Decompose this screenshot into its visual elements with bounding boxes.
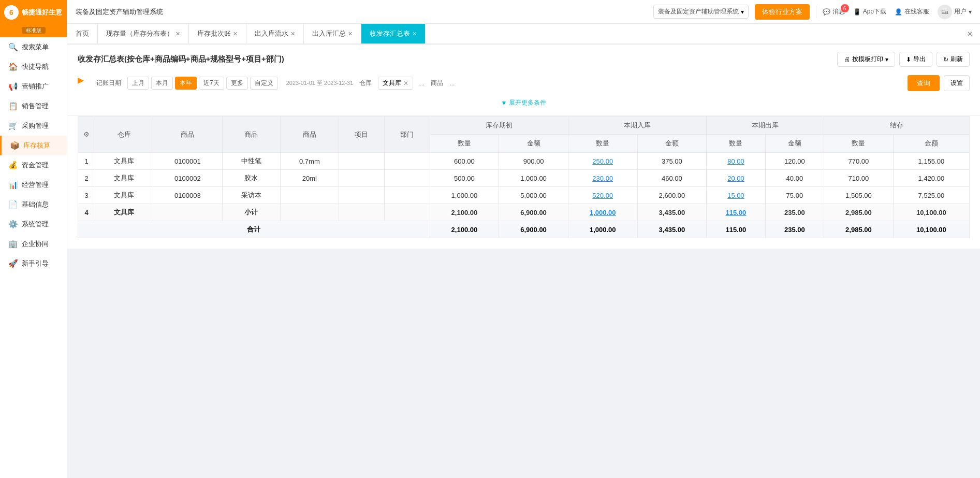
tab-receipt-summary[interactable]: 收发存汇总表 ✕ [361, 24, 426, 44]
col-warehouse: 仓库 [95, 117, 153, 153]
row-spec: 0.7mm [280, 153, 339, 170]
col-group-init: 库存期初 [430, 117, 568, 135]
subtotal-spec [280, 204, 339, 221]
system-select[interactable]: 装备及固定资产辅助管理系统 ▾ [653, 5, 749, 19]
row-bal-amt: 1,420.00 [893, 170, 969, 187]
date-btn-7days[interactable]: 近7天 [199, 77, 224, 90]
logo-icon: 6 [4, 5, 19, 20]
row-out-qty[interactable]: 20.00 [707, 170, 765, 187]
page-content: 收发存汇总表(按仓库+商品编码+商品+规格型号+项目+部门) 🖨 按模板打印 ▾… [67, 45, 980, 249]
sidebar: 6 畅捷通好生意 标准版 🔍 搜索菜单 🏠 快捷导航 📢 营销推广 📋 销售管理… [0, 0, 67, 478]
subtotal-bal-amt: 10,100.00 [893, 204, 969, 221]
sidebar-item-inventory[interactable]: 📦 库存核算 [0, 136, 67, 155]
topbar-actions: 💬 消息 6 📱 App下载 👤 在线客服 Ea 用户 ▾ [823, 5, 972, 19]
sidebar-item-marketing[interactable]: 📢 营销推广 [0, 77, 67, 96]
sidebar-item-operations[interactable]: 📊 经营管理 [0, 175, 67, 195]
row-no: 3 [78, 187, 95, 204]
marketing-icon: 📢 [8, 82, 18, 91]
date-btn-more[interactable]: 更多 [226, 77, 248, 90]
date-btn-this-year[interactable]: 本年 [175, 77, 197, 90]
tab-close-in-out-summary[interactable]: ✕ [348, 31, 353, 37]
row-bal-qty: 1,505.00 [824, 187, 894, 204]
system-icon: ⚙️ [8, 220, 18, 229]
enterprise-icon: 🏢 [8, 239, 18, 249]
sidebar-item-guide[interactable]: 🚀 新手引导 [0, 254, 67, 273]
date-btn-this-month[interactable]: 本月 [151, 77, 173, 90]
refresh-button[interactable]: ↻ 刷新 [937, 52, 970, 67]
expand-conditions-btn[interactable]: ▼ 展开更多条件 [501, 95, 547, 110]
tab-close-inventory-dist[interactable]: ✕ [175, 31, 180, 37]
product-more-btn[interactable]: ... [449, 80, 455, 87]
tab-close-in-out-flow[interactable]: ✕ [290, 31, 295, 37]
warehouse-tag: 文具库 ✕ [378, 77, 413, 90]
sidebar-item-quick-nav[interactable]: 🏠 快捷导航 [0, 57, 67, 77]
row-out-amt: 120.00 [765, 153, 824, 170]
sub-in-qty: 数量 [568, 135, 637, 153]
sub-in-amt: 金额 [637, 135, 707, 153]
print-button[interactable]: 🖨 按模板打印 ▾ [837, 52, 895, 67]
warehouse-more-btn[interactable]: ... [419, 80, 425, 87]
tab-close-receipt-summary[interactable]: ✕ [412, 31, 417, 37]
row-no: 2 [78, 170, 95, 187]
online-service-action[interactable]: 👤 在线客服 [895, 7, 929, 16]
col-settings[interactable]: ⚙ [78, 117, 95, 153]
row-init-amt: 1,000.00 [499, 170, 568, 187]
tabbar-close-all[interactable]: ✕ [960, 25, 980, 43]
setting-button[interactable]: 设置 [944, 75, 970, 91]
filter-collapse-icon[interactable]: ▶ [78, 75, 84, 85]
tab-inventory-dist[interactable]: 现存量（库存分布表） ✕ [98, 24, 189, 44]
subtotal-row: 4 文具库 小计 2,100.00 6,900.00 1,000.00 3,43… [78, 204, 970, 221]
date-btn-last-month[interactable]: 上月 [127, 77, 149, 90]
subtotal-warehouse: 文具库 [95, 204, 153, 221]
date-label: 记账日期 [96, 79, 121, 88]
row-in-qty[interactable]: 230.00 [568, 170, 637, 187]
row-in-qty[interactable]: 520.00 [568, 187, 637, 204]
export-button[interactable]: ⬇ 导出 [899, 52, 932, 67]
row-code: 0100003 [153, 187, 223, 204]
app-download-action[interactable]: 📱 App下载 [853, 7, 886, 16]
subtotal-out-qty[interactable]: 115.00 [707, 204, 765, 221]
total-row: 合计 2,100.00 6,900.00 1,000.00 3,435.00 1… [78, 221, 970, 238]
row-out-qty[interactable]: 80.00 [707, 153, 765, 170]
topbar: 装备及固定资产辅助管理系统 装备及固定资产辅助管理系统 ▾ 体验行业方案 💬 消… [67, 0, 980, 24]
experience-button[interactable]: 体验行业方案 [755, 4, 810, 20]
table-row: 3 文具库 0100003 采访本 1,000.00 5,000.00 520.… [78, 187, 970, 204]
row-spec [280, 187, 339, 204]
sidebar-item-basic-info[interactable]: 📄 基础信息 [0, 195, 67, 214]
refresh-icon: ↻ [943, 56, 948, 63]
home-icon: 🏠 [8, 62, 18, 71]
row-out-amt: 40.00 [765, 170, 824, 187]
subtotal-init-amt: 6,900.00 [499, 204, 568, 221]
sidebar-item-sales[interactable]: 📋 销售管理 [0, 96, 67, 116]
date-btn-custom[interactable]: 自定义 [250, 77, 278, 90]
warehouse-remove-btn[interactable]: ✕ [403, 80, 408, 87]
tab-batch-ledger[interactable]: 库存批次账 ✕ [189, 24, 246, 44]
sidebar-item-system[interactable]: ⚙️ 系统管理 [0, 214, 67, 234]
sidebar-item-finance[interactable]: 💰 资金管理 [0, 155, 67, 175]
basic-info-icon: 📄 [8, 200, 18, 209]
tab-close-batch-ledger[interactable]: ✕ [233, 31, 238, 37]
row-out-qty[interactable]: 15.00 [707, 187, 765, 204]
tab-home[interactable]: 首页 [67, 24, 98, 44]
tab-in-out-summary[interactable]: 出入库汇总 ✕ [304, 24, 361, 44]
row-bal-qty: 710.00 [824, 170, 894, 187]
subtotal-in-qty[interactable]: 1,000.00 [568, 204, 637, 221]
query-button[interactable]: 查询 [908, 75, 940, 91]
subtotal-in-amt: 3,435.00 [637, 204, 707, 221]
row-in-amt: 2,600.00 [637, 187, 707, 204]
row-in-qty[interactable]: 250.00 [568, 153, 637, 170]
sidebar-item-enterprise[interactable]: 🏢 企业协同 [0, 234, 67, 254]
export-icon: ⬇ [906, 56, 911, 63]
page-title: 收发存汇总表(按仓库+商品编码+商品+规格型号+项目+部门) [78, 54, 284, 64]
row-init-amt: 900.00 [499, 153, 568, 170]
operations-icon: 📊 [8, 180, 18, 190]
tab-in-out-flow[interactable]: 出入库流水 ✕ [246, 24, 304, 44]
total-out-amt: 235.00 [765, 221, 824, 238]
row-bal-amt: 1,155.00 [893, 153, 969, 170]
row-warehouse: 文具库 [95, 153, 153, 170]
sidebar-item-purchase[interactable]: 🛒 采购管理 [0, 116, 67, 136]
row-warehouse: 文具库 [95, 187, 153, 204]
sidebar-item-search[interactable]: 🔍 搜索菜单 [0, 37, 67, 57]
message-action[interactable]: 💬 消息 6 [823, 7, 845, 16]
user-action[interactable]: Ea 用户 ▾ [938, 5, 972, 19]
